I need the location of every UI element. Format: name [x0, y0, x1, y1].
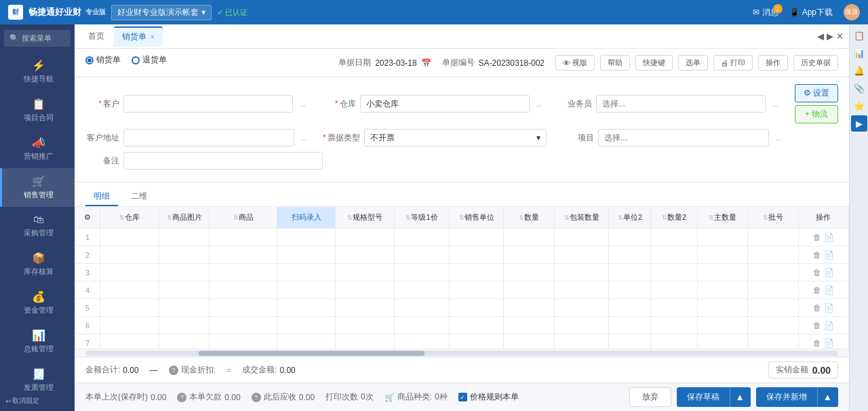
address-expand-button[interactable]: ... — [298, 133, 309, 143]
copy-row-icon[interactable]: 📄 — [824, 338, 834, 348]
copy-row-icon[interactable]: 📄 — [824, 321, 834, 330]
tab-home[interactable]: 首页 — [80, 26, 113, 47]
row-actions: 🗑 📄 — [802, 250, 846, 260]
tab-detail[interactable]: 明细 — [85, 188, 118, 206]
tab-next-button[interactable]: ▶ — [827, 31, 833, 41]
search-menu-button[interactable]: 🔍 搜索菜单 — [4, 30, 71, 47]
radio-return-order[interactable]: 退货单 — [132, 54, 167, 66]
address-input[interactable] — [123, 129, 294, 146]
save-new-button[interactable]: 保存并新增 — [756, 387, 817, 407]
logistics-button[interactable]: + 物流 — [795, 105, 838, 123]
debt-info-icon[interactable]: ? — [177, 393, 186, 402]
sidebar-item-purchase[interactable]: 🛍 采购管理 — [0, 207, 75, 245]
warehouse-input[interactable] — [360, 95, 530, 113]
sidebar-item-inventory[interactable]: 📦 库存核算 — [0, 245, 75, 283]
toolbar-view-button[interactable]: 👁视版 — [555, 55, 595, 71]
project-input[interactable] — [598, 129, 769, 146]
save-new-arrow-button[interactable]: ▲ — [817, 387, 838, 407]
col-product: ⇅商品 — [210, 207, 277, 229]
save-draft-button[interactable]: 保存草稿 — [677, 387, 730, 407]
toolbar-help-button[interactable]: 帮助 — [600, 55, 630, 71]
delete-row-icon[interactable]: 🗑 — [813, 250, 821, 260]
copy-row-icon[interactable]: 📄 — [824, 233, 834, 242]
invoice-icon: 🧾 — [32, 368, 45, 380]
delete-row-icon[interactable]: 🗑 — [813, 338, 821, 348]
top-bar-right: ✉ 1 消息 📱 App下载 珠珠 — [753, 4, 860, 20]
col-settings[interactable]: ⚙ — [75, 207, 100, 229]
col-batch: ⇅批号 — [748, 207, 798, 229]
company-selector[interactable]: 好业财专业版演示帐套 ▾ — [111, 5, 212, 20]
scrollbar-thumb[interactable] — [199, 351, 425, 356]
salesperson-expand-button[interactable]: ... — [770, 99, 781, 109]
document-type-radio-group: 销货单 退货单 — [85, 54, 167, 66]
copy-row-icon[interactable]: 📄 — [824, 286, 834, 295]
toolbar-history-button[interactable]: 历史单据 — [793, 55, 838, 71]
table-row: 2 🗑 📄 — [75, 246, 849, 264]
customer-input[interactable] — [123, 95, 293, 113]
actual-amount-section: 实销金额 0.00 — [768, 361, 838, 378]
project-expand-button[interactable]: ... — [773, 133, 784, 143]
row-number: 3 — [85, 269, 90, 277]
app-download-icon[interactable]: 📱 App下载 — [789, 7, 833, 18]
copy-row-icon[interactable]: 📄 — [824, 250, 834, 260]
delete-row-icon[interactable]: 🗑 — [813, 321, 821, 330]
sidebar-item-project[interactable]: 📋 项目合同 — [0, 91, 75, 130]
table-row: 6 🗑 📄 — [75, 317, 849, 334]
right-panel-icon-4[interactable]: 📎 — [851, 80, 867, 96]
user-avatar[interactable]: 珠珠 — [844, 4, 860, 20]
customer-expand-button[interactable]: ... — [297, 99, 308, 109]
tab-sales-order[interactable]: 销货单 × — [114, 26, 163, 47]
finance-icon: 💰 — [32, 290, 45, 303]
settings-button[interactable]: ⚙ 设置 — [795, 84, 838, 102]
delete-row-icon[interactable]: 🗑 — [813, 233, 821, 242]
invoice-select[interactable]: 不开票 ▾ — [364, 129, 547, 146]
col-spec: ⇅规格型号 — [336, 207, 395, 229]
sidebar-item-invoice[interactable]: 🧾 发票管理 — [0, 361, 75, 391]
tab-close-icon[interactable]: × — [151, 33, 155, 41]
salesperson-input[interactable] — [596, 95, 766, 113]
info-icon[interactable]: ? — [169, 366, 178, 375]
copy-row-icon[interactable]: 📄 — [824, 303, 834, 313]
tab-2d[interactable]: 二维 — [123, 188, 155, 206]
row-actions: 🗑 📄 — [802, 233, 846, 242]
toolbar-operations-button[interactable]: 操作 — [758, 55, 788, 71]
cancel-fixed-button[interactable]: ↩ 取消固定 — [5, 396, 39, 406]
radio-sales-order[interactable]: 销货单 — [85, 54, 121, 66]
table-wrapper: ⚙ ⇅仓库 ⇅商品图片 ⇅商品 — [75, 206, 849, 357]
abandon-button[interactable]: 放弃 — [629, 387, 671, 407]
right-panel-icon-1[interactable]: 📋 — [851, 27, 867, 43]
delete-row-icon[interactable]: 🗑 — [813, 286, 821, 295]
warehouse-expand-button[interactable]: ... — [534, 99, 545, 109]
save-draft-arrow-button[interactable]: ▲ — [730, 387, 751, 407]
customer-label: 客户 — [85, 98, 119, 110]
horizontal-scrollbar[interactable] — [75, 349, 849, 357]
toolbar-shortcut-button[interactable]: 快捷键 — [635, 55, 673, 71]
inventory-icon: 📦 — [32, 252, 45, 265]
right-panel-icon-2[interactable]: 📊 — [851, 45, 867, 61]
sidebar-item-marketing[interactable]: 📣 营销推广 — [0, 130, 75, 168]
toolbar-print-button[interactable]: 🖨打印 — [713, 55, 753, 71]
tab-close-all-button[interactable]: ✕ — [836, 31, 844, 41]
row-number: 2 — [85, 251, 90, 259]
sidebar-item-accounting[interactable]: 📊 总账管理 — [0, 322, 75, 361]
col-unit2: ⇅单位2 — [609, 207, 651, 229]
bottom-bar: 本单上次(保存时) 0.00 ? 本单欠款 0.00 ? 此后应收 0.00 — [75, 383, 849, 411]
message-icon[interactable]: ✉ 1 消息 — [753, 7, 778, 18]
right-panel-icon-5[interactable]: ⭐ — [851, 98, 867, 114]
right-panel-icon-3[interactable]: 🔔 — [851, 62, 867, 79]
toolbar-select-button[interactable]: 选单 — [678, 55, 708, 71]
delete-row-icon[interactable]: 🗑 — [813, 268, 821, 277]
address-label: 客户地址 — [85, 132, 119, 144]
receivable-info-icon[interactable]: ? — [252, 393, 261, 402]
col-price1: ⇅等级1价 — [395, 207, 450, 229]
right-panel-icon-active[interactable]: ▶ — [851, 115, 867, 132]
sidebar-item-finance[interactable]: 💰 资金管理 — [0, 283, 75, 322]
remarks-input[interactable] — [123, 152, 323, 170]
copy-row-icon[interactable]: 📄 — [824, 268, 834, 277]
calendar-icon[interactable]: 📅 — [421, 58, 431, 68]
sidebar-item-quick-nav[interactable]: ⚡ 快捷导航 — [0, 52, 75, 91]
tab-prev-button[interactable]: ◀ — [817, 31, 824, 41]
delete-row-icon[interactable]: 🗑 — [813, 303, 821, 313]
price-rule-checkbox[interactable]: 价格规则本单 — [458, 391, 519, 403]
sidebar-item-sales[interactable]: 🛒 销售管理 — [0, 168, 75, 207]
